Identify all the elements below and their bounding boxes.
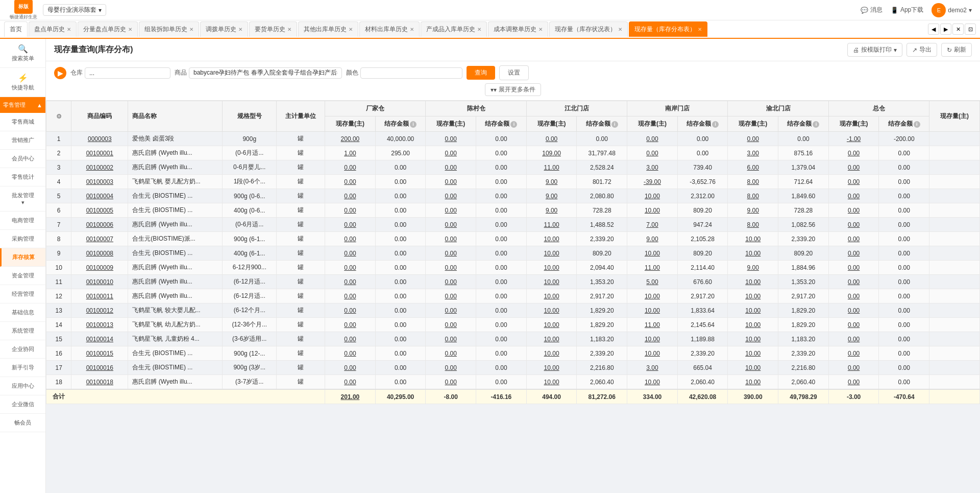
th-settings[interactable]: ⚙ (46, 101, 71, 132)
cell-yubei-stock[interactable]: 3.00 (728, 146, 778, 160)
print-button[interactable]: 🖨 按模版打印 ▾ (847, 43, 902, 57)
cell-chenjia-stock[interactable]: 0.00 (426, 303, 476, 318)
close-icon[interactable]: ✕ (698, 27, 702, 32)
cell-total-stock[interactable]: 0.00 (828, 332, 879, 346)
cell-chenjia-stock[interactable]: 0.00 (426, 160, 476, 175)
settings-button[interactable]: 设置 (499, 65, 529, 80)
close-icon[interactable]: ✕ (618, 27, 622, 32)
cell-jiangbei-stock[interactable]: 10.00 (526, 232, 577, 246)
cell-chenjia-stock[interactable]: 0.00 (426, 246, 476, 261)
cell-jiangbei-stock[interactable]: 11.00 (526, 218, 577, 232)
info-icon[interactable]: i (611, 121, 618, 128)
cell-code[interactable]: 00100010 (71, 275, 128, 289)
cell-yubei-stock[interactable]: 9.00 (728, 203, 778, 218)
cell-code[interactable]: 00100005 (71, 203, 128, 218)
cell-total-stock[interactable]: 0.00 (828, 318, 879, 332)
cell-jiangbei-stock[interactable]: 10.00 (526, 303, 577, 318)
cell-nanan-stock[interactable]: 10.00 (627, 332, 678, 346)
cell-nanan-stock[interactable]: 10.00 (627, 189, 678, 203)
cell-yubei-stock[interactable]: 10.00 (728, 361, 778, 375)
tab-group-dismantle[interactable]: 组装拆卸单历史 ✕ (139, 21, 199, 37)
cell-code[interactable]: 0000003 (71, 132, 128, 146)
cell-jiangbei-stock[interactable]: 10.00 (526, 318, 577, 332)
cell-total-stock[interactable]: 0.00 (828, 346, 879, 361)
nav-close-button[interactable]: ✕ (952, 24, 964, 35)
cell-yubei-stock[interactable]: 10.00 (728, 346, 778, 361)
cell-yubei-stock[interactable]: 9.00 (728, 261, 778, 275)
sidebar-item-ecommerce[interactable]: 电商管理 (0, 212, 45, 230)
cell-nanan-stock[interactable]: 7.00 (627, 218, 678, 232)
close-icon[interactable]: ✕ (287, 27, 291, 32)
close-icon[interactable]: ✕ (238, 27, 242, 32)
summary-chenjia-stock[interactable]: -8.00 (426, 389, 476, 404)
summary-factory-stock[interactable]: 201.00 (325, 389, 376, 404)
cell-jiangbei-stock[interactable]: 10.00 (526, 261, 577, 275)
close-icon[interactable]: ✕ (349, 27, 353, 32)
cell-factory-stock[interactable]: 0.00 (325, 332, 376, 346)
cell-nanan-stock[interactable]: 3.00 (627, 361, 678, 375)
cell-factory-stock[interactable]: 0.00 (325, 160, 376, 175)
expand-filter-button[interactable]: ▶ (54, 67, 66, 79)
cell-yubei-stock[interactable]: 10.00 (728, 289, 778, 303)
cell-yubei-stock[interactable]: 10.00 (728, 318, 778, 332)
user-menu[interactable]: E demo2 ▾ (932, 3, 972, 17)
sidebar-item-operation[interactable]: 经营管理 (0, 285, 45, 303)
sidebar-item-vip[interactable]: 畅会员 (0, 414, 45, 432)
cell-total-stock[interactable]: 0.00 (828, 261, 879, 275)
sidebar-item-finance[interactable]: 资金管理 (0, 267, 45, 285)
cell-yubei-stock[interactable]: 10.00 (728, 332, 778, 346)
cell-nanan-stock[interactable]: 9.00 (627, 232, 678, 246)
cell-total-stock[interactable]: -1.00 (828, 132, 879, 146)
sidebar-item-system[interactable]: 系统管理 (0, 322, 45, 340)
info-icon[interactable]: i (813, 121, 819, 128)
cell-chenjia-stock[interactable]: 0.00 (426, 175, 476, 189)
cell-total-stock[interactable]: 0.00 (828, 160, 879, 175)
cell-factory-stock[interactable]: 0.00 (325, 346, 376, 361)
cell-factory-stock[interactable]: 0.00 (325, 275, 376, 289)
cell-jiangbei-stock[interactable]: 10.00 (526, 289, 577, 303)
cell-chenjia-stock[interactable]: 0.00 (426, 132, 476, 146)
sidebar-item-wechat[interactable]: 企业微信 (0, 395, 45, 414)
sidebar-item-wholesale[interactable]: 批发管理 ▾ (0, 186, 45, 212)
cell-code[interactable]: 00100018 (71, 375, 128, 390)
cell-code[interactable]: 00100013 (71, 318, 128, 332)
cell-factory-stock[interactable]: 0.00 (325, 246, 376, 261)
summary-yubei-stock[interactable]: 390.00 (728, 389, 778, 404)
nav-next-button[interactable]: ▶ (940, 24, 951, 35)
tab-stock-dist[interactable]: 现存量（库存分布表） ✕ (629, 21, 707, 37)
cell-code[interactable]: 00100011 (71, 289, 128, 303)
summary-total-stock[interactable]: -3.00 (828, 389, 879, 404)
cell-nanan-stock[interactable]: 0.00 (627, 146, 678, 160)
sidebar-item-marketing[interactable]: 营销推广 (0, 131, 45, 150)
cell-jiangbei-stock[interactable]: 9.00 (526, 175, 577, 189)
tab-cost-adjust[interactable]: 成本调整单历史 ✕ (488, 21, 548, 37)
cell-total-stock[interactable]: 0.00 (828, 203, 879, 218)
cell-factory-stock[interactable]: 0.00 (325, 218, 376, 232)
sidebar-item-quick-nav[interactable]: ⚡ 快捷导航 (0, 68, 45, 97)
cell-nanan-stock[interactable]: 3.00 (627, 160, 678, 175)
cell-nanan-stock[interactable]: 10.00 (627, 375, 678, 390)
cell-jiangbei-stock[interactable]: 109.00 (526, 146, 577, 160)
cell-factory-stock[interactable]: 0.00 (325, 175, 376, 189)
cell-total-stock[interactable]: 0.00 (828, 175, 879, 189)
cell-nanan-stock[interactable]: -39.00 (627, 175, 678, 189)
query-button[interactable]: 查询 (467, 66, 495, 80)
cell-code[interactable]: 00100014 (71, 332, 128, 346)
cell-nanan-stock[interactable]: 11.00 (627, 318, 678, 332)
close-icon[interactable]: ✕ (477, 27, 481, 32)
cell-factory-stock[interactable]: 0.00 (325, 318, 376, 332)
cell-total-stock[interactable]: 0.00 (828, 275, 879, 289)
close-icon[interactable]: ✕ (410, 27, 414, 32)
nav-expand-button[interactable]: ⊡ (965, 24, 976, 35)
cell-jiangbei-stock[interactable]: 9.00 (526, 203, 577, 218)
cell-yubei-stock[interactable]: 10.00 (728, 303, 778, 318)
cell-chenjia-stock[interactable]: 0.00 (426, 189, 476, 203)
cell-code[interactable]: 00100009 (71, 261, 128, 275)
cell-factory-stock[interactable]: 0.00 (325, 232, 376, 246)
cell-chenjia-stock[interactable]: 0.00 (426, 289, 476, 303)
cell-factory-stock[interactable]: 200.00 (325, 132, 376, 146)
info-icon[interactable]: i (510, 121, 517, 128)
cell-nanan-stock[interactable]: 10.00 (627, 289, 678, 303)
cell-yubei-stock[interactable]: 10.00 (728, 232, 778, 246)
close-icon[interactable]: ✕ (538, 27, 543, 32)
